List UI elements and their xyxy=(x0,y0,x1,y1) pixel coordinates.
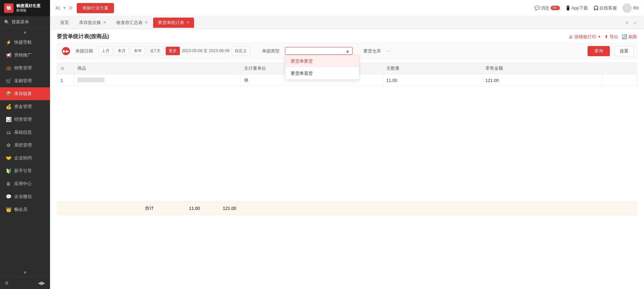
footer-quantity: 11.00 xyxy=(186,206,219,211)
tab-inventory-batch-close[interactable]: ✕ xyxy=(103,20,106,25)
sidebar-item-inventory[interactable]: 📦 库存核算 xyxy=(0,87,50,100)
filter-type-input-wrap[interactable]: ▲ xyxy=(285,47,353,55)
sidebar-scroll-up[interactable]: ▲ xyxy=(0,28,50,36)
settings-icon[interactable]: ⚙ xyxy=(5,281,9,286)
filter-toggle-btn[interactable]: ▶▶ xyxy=(62,47,70,55)
sidebar-search[interactable]: 🔍 搜索菜单 xyxy=(0,16,50,28)
avatar-name: Rit xyxy=(633,5,639,10)
sidebar-item-finance[interactable]: 💰 资金管理 xyxy=(0,100,50,113)
tab-recv-summary[interactable]: 收发存汇总表 ✕ xyxy=(112,18,152,28)
sidebar-item-label: 企业协同 xyxy=(14,155,32,161)
sidebar-item-basics[interactable]: 🗂 基础信息 xyxy=(0,126,50,139)
topbar-app[interactable]: 📱 App下载 xyxy=(565,5,588,11)
topbar-number: 41 xyxy=(55,5,60,10)
tab-order-stat-label: 要货单统计表 xyxy=(158,20,184,26)
weixin-icon: 💬 xyxy=(5,194,11,199)
refresh-icon: 🔄 xyxy=(622,34,627,39)
msg-label: 消息 xyxy=(541,5,549,11)
dropdown-item-order-goods[interactable]: 要货单要货 xyxy=(285,55,359,67)
sidebar-item-label: 采购管理 xyxy=(14,78,32,84)
system-icon: ⚙ xyxy=(5,142,11,148)
tab-order-stat[interactable]: 要货单统计表 ✕ xyxy=(153,18,194,28)
sidebar-item-label: 库存核算 xyxy=(14,91,32,97)
filter-more-btn[interactable]: 更多 xyxy=(166,47,180,55)
sidebar: 畅 畅捷通好生意 标准版 🔍 搜索菜单 ▲ ⚡ 快捷导航 📢 营销推广 💼 销售… xyxy=(0,0,50,289)
tab-inventory-batch[interactable]: 库存批次账 ✕ xyxy=(74,18,111,28)
topbar-service[interactable]: 🎧 在线客服 xyxy=(593,5,617,11)
refresh-btn[interactable]: 🔄 刷新 xyxy=(622,34,637,40)
sidebar-item-label: 经营管理 xyxy=(14,116,32,123)
topbar-settings-icon[interactable]: ⚙ xyxy=(69,5,73,10)
sidebar-item-operations[interactable]: 📊 经营管理 xyxy=(0,113,50,126)
tab-maximize-btn[interactable]: ⤢ xyxy=(632,19,639,27)
quick-nav-icon: ⚡ xyxy=(5,40,11,45)
filter-type-chevron-icon[interactable]: ▲ xyxy=(345,49,350,53)
marketing-icon: 📢 xyxy=(5,52,11,58)
filter-warehouse-label: 要货仓库 xyxy=(363,48,381,54)
search-icon: 🔍 xyxy=(4,20,9,25)
col-settings: ⚙ xyxy=(57,63,74,74)
tabs-bar: 首页 库存批次账 ✕ 收发存汇总表 ✕ 要货单统计表 ✕ ✕ ⤢ xyxy=(50,16,644,29)
sidebar-item-guide[interactable]: 🔰 新手引导 xyxy=(0,164,50,177)
tab-home[interactable]: 首页 xyxy=(55,18,74,28)
filter-type-input[interactable] xyxy=(288,48,345,53)
sidebar-item-quick-nav[interactable]: ⚡ 快捷导航 xyxy=(0,36,50,49)
brand-name: 畅捷通好生意 xyxy=(16,3,41,8)
col-quantity: 主数量 xyxy=(383,63,482,74)
sidebar-item-label: 企业微信 xyxy=(14,194,32,200)
print-template-btn[interactable]: 🖨 按模板打印 ▼ xyxy=(569,34,601,40)
filter-7days-btn[interactable]: 近7天 xyxy=(147,47,164,55)
topbar-dropdown-icon[interactable]: ▼ xyxy=(62,5,67,10)
col-amount: 零售金额 xyxy=(482,63,602,74)
sidebar-item-label: 基础信息 xyxy=(14,129,32,135)
topbar-msg[interactable]: 💬 消息 99+ xyxy=(534,5,560,11)
sidebar-item-purchase[interactable]: 🛒 采购管理 xyxy=(0,74,50,87)
cell-amount: 121.00 xyxy=(482,74,602,86)
sidebar-logo: 畅 畅捷通好生意 标准版 xyxy=(0,0,50,16)
tab-close-all-btn[interactable]: ✕ xyxy=(624,19,630,27)
filter-warehouse-dots[interactable]: ··· xyxy=(386,48,391,54)
dropdown-item-order-return[interactable]: 要货单退货 xyxy=(285,67,359,80)
sidebar-item-appstore[interactable]: 🖥 应用中心 xyxy=(0,177,50,190)
app-icon: 📱 xyxy=(565,5,571,10)
tab-recv-summary-close[interactable]: ✕ xyxy=(145,20,148,25)
purchase-icon: 🛒 xyxy=(5,78,11,84)
sidebar-item-label: 应用中心 xyxy=(14,181,32,187)
sidebar-item-enterprise[interactable]: 🤝 企业协同 xyxy=(0,152,50,164)
filter-type-label: 单据类型 xyxy=(262,48,280,54)
cell-index: 1 xyxy=(57,74,74,86)
basics-icon: 🗂 xyxy=(5,130,11,135)
msg-icon: 💬 xyxy=(534,5,540,10)
query-btn[interactable]: 查询 xyxy=(588,46,610,56)
sidebar-item-marketing[interactable]: 📢 营销推广 xyxy=(0,49,50,62)
topbar-number-wrap: 41 ▼ ⚙ xyxy=(55,5,73,10)
cell-quantity: 11.00 xyxy=(383,74,482,86)
sidebar-item-sales[interactable]: 💼 销售管理 xyxy=(0,62,50,74)
sidebar-scroll-down[interactable]: ▼ xyxy=(0,269,50,276)
filter-curr-year-btn[interactable]: 本年 xyxy=(131,47,145,55)
sidebar-item-membership[interactable]: 👑 畅会员 xyxy=(0,203,50,216)
avatar-image xyxy=(622,3,632,13)
dropdown-item-order-goods-label: 要货单要货 xyxy=(291,59,313,64)
filter-prev-month-btn[interactable]: 上月 xyxy=(98,47,113,55)
cell-extra xyxy=(602,74,637,86)
filter-custom-btn[interactable]: 自定义 xyxy=(232,47,250,55)
sidebar-footer: ⚙ ◀▶ xyxy=(0,276,50,289)
footer-amount: 121.00 xyxy=(219,206,253,211)
sidebar-items: ⚡ 快捷导航 📢 营销推广 💼 销售管理 🛒 采购管理 📦 库存核算 💰 资金管… xyxy=(0,36,50,269)
export-btn[interactable]: ⬆ 导出 xyxy=(604,34,618,40)
sidebar-item-system[interactable]: ⚙ 系统管理 xyxy=(0,139,50,152)
sidebar-item-weixin[interactable]: 💬 企业微信 xyxy=(0,190,50,203)
filter-settings-btn[interactable]: 设置 xyxy=(615,46,634,56)
collapse-icon[interactable]: ◀▶ xyxy=(38,280,45,286)
topbar: 41 ▼ ⚙ 体验行业方案 💬 消息 99+ 📱 App下载 🎧 在线客服 xyxy=(50,0,644,16)
industry-btn[interactable]: 体验行业方案 xyxy=(77,3,114,13)
filter-curr-month-btn[interactable]: 本月 xyxy=(115,47,129,55)
table-settings-icon[interactable]: ⚙ xyxy=(61,66,65,71)
user-avatar[interactable]: Rit xyxy=(622,3,639,13)
export-icon: ⬆ xyxy=(604,34,608,39)
page-title: 要货单统计表(按商品) xyxy=(57,33,109,40)
sidebar-item-label: 系统管理 xyxy=(14,142,32,148)
tab-order-stat-close[interactable]: ✕ xyxy=(186,20,189,25)
tab-recv-summary-label: 收发存汇总表 xyxy=(116,20,143,26)
